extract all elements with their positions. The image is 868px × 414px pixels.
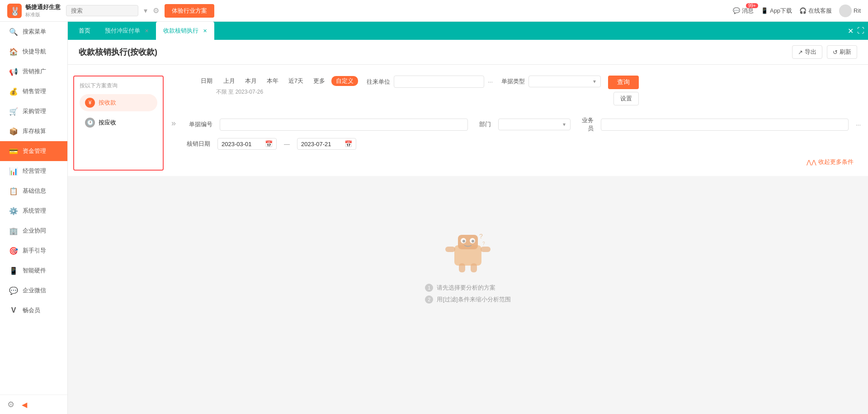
sidebar-item-quick-nav[interactable]: 🏠 快捷导航 [0, 42, 67, 62]
industry-solution-button[interactable]: 体验行业方案 [165, 4, 214, 18]
sidebar-label-enterprise: 企业协同 [23, 227, 46, 235]
verify-date-start-input[interactable] [222, 141, 262, 148]
export-icon: ↗ [798, 49, 803, 56]
message-action[interactable]: 💬 消息 99+ [733, 7, 754, 15]
sidebar-item-purchase[interactable]: 🛒 采购管理 [0, 101, 67, 121]
receivable-option-icon: 🕐 [85, 118, 95, 128]
message-icon: 💬 [733, 7, 740, 14]
app-download-action[interactable]: 📱 App下载 [761, 7, 792, 15]
date-custom-btn[interactable]: 自定义 [331, 76, 358, 86]
date-range-text: 不限 至 2023-07-26 [216, 88, 263, 96]
sidebar-item-hardware[interactable]: 📱 智能硬件 [0, 261, 67, 281]
sidebar-item-system[interactable]: ⚙️ 系统管理 [0, 201, 67, 221]
hint-num-2: 2 [425, 295, 433, 304]
top-search-input[interactable] [66, 5, 138, 16]
sidebar-item-member[interactable]: V 畅会员 [0, 300, 67, 320]
staff-ellipsis[interactable]: ··· [856, 121, 861, 128]
date-separator: — [284, 141, 290, 148]
sidebar-item-operation[interactable]: 📊 经营管理 [0, 161, 67, 181]
filter-option-by-collection[interactable]: ¥ 按收款 [80, 94, 157, 111]
prepay-tab-close[interactable]: ✕ [145, 28, 149, 34]
sidebar-item-finance[interactable]: 💳 资金管理 [0, 141, 67, 161]
sidebar-label-sales: 销售管理 [23, 87, 46, 95]
collapse-more-button[interactable]: ⋀⋀ 收起更多条件 [807, 158, 854, 166]
refresh-icon: ↺ [833, 49, 838, 56]
online-service-action[interactable]: 🎧 在线客服 [799, 7, 832, 15]
sidebar-item-search-menu[interactable]: 🔍 搜索菜单 [0, 22, 67, 42]
filter-body: 按以下方案查询 ¥ 按收款 🕐 按应收 » [68, 65, 868, 176]
svg-text:🐰: 🐰 [10, 6, 20, 16]
refresh-button[interactable]: ↺ 刷新 [827, 45, 857, 59]
empty-state-area: ? ? 1 请先选择要分析的方案 2 用[过滤]条件来缩小分析范围 [68, 176, 868, 357]
filter-right: 日期 上月 本月 本年 近7天 更多 自定义 [178, 70, 868, 176]
sidebar-bottom: ⚙ ◀ [0, 395, 67, 414]
doc-number-label: 单据编号 [185, 120, 212, 128]
dropdown-icon[interactable]: ▾ [144, 6, 147, 15]
collapse-left-arrow[interactable]: » [169, 70, 178, 176]
settings-button[interactable]: 设置 [613, 92, 639, 105]
sidebar-item-wechat[interactable]: 💬 企业微信 [0, 281, 67, 300]
doc-type-dropdown-icon: ▾ [593, 78, 596, 85]
sidebar-item-sales[interactable]: 💰 销售管理 [0, 81, 67, 101]
svg-point-6 [462, 240, 465, 243]
main-content: 首页 预付冲应付单 ✕ 收款核销执行 ✕ ✕ ⛶ 收款核销执行(按收款) [68, 22, 868, 414]
date-this-month-btn[interactable]: 本月 [241, 76, 260, 86]
filter-row-2: 单据编号 部门 ▾ 业务员 ··· [185, 116, 861, 133]
tab-prepay[interactable]: 预付冲应付单 ✕ [98, 22, 156, 40]
filter-option-by-receivable[interactable]: 🕐 按应收 [80, 114, 157, 131]
sidebar-settings-icon[interactable]: ⚙ [7, 400, 14, 409]
sidebar-label-quick-nav: 快捷导航 [23, 48, 46, 56]
partner-input[interactable] [394, 76, 484, 88]
sidebar-item-enterprise[interactable]: 🏢 企业协同 [0, 221, 67, 241]
top-bar: 🐰 畅捷通好生意 标准版 ▾ ⚙ 体验行业方案 💬 消息 99+ 📱 App下载… [0, 0, 868, 22]
verify-date-start-cal-icon[interactable]: 📅 [265, 140, 273, 148]
collapse-up-icon: ⋀⋀ [807, 159, 816, 166]
verify-date-end-input[interactable] [301, 141, 342, 148]
close-window-icon[interactable]: ✕ [848, 27, 854, 35]
guide-icon: 🎯 [9, 246, 18, 255]
collection-tab-close[interactable]: ✕ [203, 28, 207, 34]
page-content: 收款核销执行(按收款) ↗ 导出 ↺ 刷新 [68, 40, 868, 414]
sidebar-item-guide[interactable]: 🎯 新手引导 [0, 241, 67, 261]
tab-collection[interactable]: 收款核销执行 ✕ [156, 22, 214, 40]
sidebar-item-marketing[interactable]: 📢 营销推广 [0, 62, 67, 81]
partner-ellipsis[interactable]: ··· [488, 78, 493, 85]
phone-icon: 📱 [761, 7, 768, 14]
sidebar-label-hardware: 智能硬件 [23, 266, 46, 275]
sidebar-label-purchase: 采购管理 [23, 107, 46, 115]
export-button[interactable]: ↗ 导出 [792, 45, 822, 59]
doc-number-input[interactable] [220, 119, 468, 131]
sidebar-item-basic[interactable]: 📋 基础信息 [0, 181, 67, 201]
dept-dropdown-icon: ▾ [563, 121, 566, 128]
svg-rect-9 [481, 247, 491, 252]
headset-icon: 🎧 [799, 7, 807, 14]
verify-date-end-cal-icon[interactable]: 📅 [344, 140, 352, 148]
purchase-icon: 🛒 [9, 107, 18, 116]
filter-left-panel: 按以下方案查询 ¥ 按收款 🕐 按应收 [73, 76, 164, 171]
svg-text:?: ? [482, 241, 485, 246]
sidebar-label-search-menu: 搜索菜单 [23, 28, 46, 36]
date-more-btn[interactable]: 更多 [310, 76, 329, 86]
query-button[interactable]: 查询 [608, 76, 639, 89]
sidebar-collapse-icon[interactable]: ◀ [22, 400, 27, 409]
date-7days-btn[interactable]: 近7天 [285, 76, 307, 86]
filter-section: 按以下方案查询 ¥ 按收款 🕐 按应收 » [68, 65, 868, 176]
top-actions: 💬 消息 99+ 📱 App下载 🎧 在线客服 Rit [733, 5, 861, 17]
empty-illustration: ? ? [441, 229, 495, 275]
filter-row-3: 核销日期 📅 — 📅 [185, 138, 861, 150]
user-avatar [839, 5, 852, 17]
date-last-month-btn[interactable]: 上月 [220, 76, 239, 86]
user-action[interactable]: Rit [839, 5, 861, 17]
basic-icon: 📋 [9, 186, 18, 195]
staff-input[interactable] [601, 119, 849, 131]
settings-gear-icon[interactable]: ⚙ [153, 6, 159, 15]
sidebar-item-inventory[interactable]: 📦 库存核算 [0, 121, 67, 141]
action-col: 查询 设置 [608, 76, 646, 111]
hardware-icon: 📱 [9, 266, 18, 275]
tab-home[interactable]: 首页 [71, 22, 98, 40]
collection-option-label: 按收款 [99, 99, 116, 107]
doc-type-label: 单据类型 [500, 77, 525, 86]
filter-panel-title: 按以下方案查询 [80, 82, 157, 90]
date-this-year-btn[interactable]: 本年 [263, 76, 282, 86]
expand-window-icon[interactable]: ⛶ [857, 27, 864, 35]
